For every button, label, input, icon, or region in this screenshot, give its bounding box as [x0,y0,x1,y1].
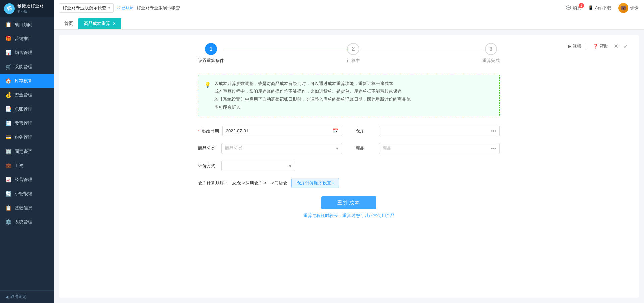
step-1: 1 设置重算条件 [198,43,224,64]
avatar: 🐻 [618,3,628,13]
invoice-icon: 🧾 [5,120,11,126]
help-link[interactable]: ❓ 帮助 [593,43,608,49]
warehouse-input[interactable]: ••• [379,126,500,136]
sidebar-footer[interactable]: ◀ 取消固定 [0,290,54,303]
user-action[interactable]: 🐻 珠珠 [618,3,639,13]
pricing-label: 计价方式 [198,163,218,169]
sidebar: 畅 畅捷通好业财 专业版 📋 项目顾问 🎁 营销推广 📊 销售管理 🛒 采购管理… [0,0,54,303]
company-select[interactable]: 好业财专业版演示帐套 ▾ [59,3,114,13]
app-logo: 畅 [4,3,15,14]
page-close-icon[interactable]: ✕ [614,43,618,49]
tab-recalc[interactable]: 商品成本重算 ✕ [78,18,121,29]
calendar-icon: 📅 [333,128,338,134]
category-select[interactable]: 商品分类 ▾ [221,143,342,154]
tab-recalc-label: 商品成本重算 [84,20,110,27]
system-icon: ⚙️ [5,219,11,225]
pricing-chevron: ▾ [289,163,291,169]
video-link[interactable]: ▶ 视频 [568,43,581,49]
info-line-4: 围可能会扩大 [214,103,411,111]
sidebar-item-project[interactable]: 📋 项目顾问 [0,17,54,32]
ledger-icon: 📑 [5,106,11,112]
info-content: 因成本计算参数调整，或是对商品成本有疑问时，可以通过成本重算功能，重新计算一遍成… [214,80,411,111]
form-row-2: 商品分类 商品分类 ▾ 商品 商品 ••• [198,143,500,154]
sidebar-item-label-assets: 固定资产 [15,148,32,155]
sidebar-item-salary[interactable]: 💼 工资 [0,159,54,173]
tab-home[interactable]: 首页 [59,18,78,29]
message-icon: 💬 [566,5,571,10]
sidebar-item-system[interactable]: ⚙️ 系统管理 [0,215,54,229]
sidebar-item-label-invoice: 发票管理 [15,120,32,126]
sidebar-item-label-finance: 资金管理 [15,92,32,98]
user-name: 珠珠 [630,5,639,11]
sidebar-item-label-salary: 工资 [15,163,23,169]
start-date-value: 2022-07-01 [226,128,249,133]
sidebar-item-basic[interactable]: 📋 基础信息 [0,201,54,215]
company-name: 好业财专业版演示帐套 [63,5,106,11]
help-label: 帮助 [600,43,608,49]
message-action[interactable]: 💬 消息 1 [566,5,581,11]
category-field: 商品分类 商品分类 ▾ [198,143,342,154]
basic-icon: 📋 [5,205,11,211]
sidebar-item-label-system: 系统管理 [15,219,32,225]
category-placeholder: 商品分类 [225,145,243,152]
step-3: 3 重算完成 [482,43,500,64]
warehouse-more-icon: ••• [491,128,496,134]
sidebar-nav: 📋 项目顾问 🎁 营销推广 📊 销售管理 🛒 采购管理 🏠 库存核算 💰 资金管… [0,17,54,290]
info-icon: 💡 [204,80,211,111]
pricing-select[interactable]: ▾ [221,161,295,171]
sidebar-item-label-ledger: 总账管理 [15,106,32,112]
tax-icon: 💳 [5,134,11,140]
finance-icon: 💰 [5,92,11,98]
goods-more-icon: ••• [491,146,496,151]
goods-input[interactable]: 商品 ••• [379,143,500,154]
salary-icon: 💼 [5,163,11,169]
sidebar-item-purchase[interactable]: 🛒 采购管理 [0,60,54,74]
category-label: 商品分类 [198,145,218,152]
recalc-button[interactable]: 重算成本 [321,196,376,209]
tabs-bar: 首页 商品成本重算 ✕ [54,16,644,30]
expense-icon: 🔄 [5,191,11,197]
sidebar-item-expense[interactable]: 🔄 小畅报销 [0,187,54,201]
info-line-1: 因成本计算参数调整，或是对商品成本有疑问时，可以通过成本重算功能，重新计算一遍成… [214,80,411,87]
unpin-label: 取消固定 [10,294,26,300]
unpin-icon: ◀ [5,295,8,299]
verified-text: 已认证 [122,5,134,11]
topbar-right: 💬 消息 1 📱 App下载 🐻 珠珠 [566,3,639,13]
sidebar-item-label-inventory: 库存核算 [15,78,32,84]
start-date-field: * 起始日期 2022-07-01 📅 [198,126,342,136]
step-line-1 [224,49,347,49]
recalc-btn-label: 重算成本 [337,200,360,205]
goods-field: 商品 商品 ••• [356,143,500,154]
sidebar-item-inventory[interactable]: 🏠 库存核算 [0,74,54,88]
start-date-label: * 起始日期 [198,128,219,134]
sidebar-item-assets[interactable]: 🏢 固定资产 [0,144,54,159]
sidebar-item-marketing[interactable]: 🎁 营销推广 [0,32,54,46]
category-chevron: ▾ [336,146,338,151]
app-download-label: App下载 [595,5,611,11]
purchase-icon: 🛒 [5,64,11,70]
app-download-action[interactable]: 📱 App下载 [588,5,611,11]
app-edition: 专业版 [17,9,44,14]
sidebar-item-sales[interactable]: 📊 销售管理 [0,46,54,60]
sidebar-item-label-project: 项目顾问 [15,21,32,28]
sidebar-item-label-marketing: 营销推广 [15,36,32,42]
sidebar-item-operations[interactable]: 📈 经营管理 [0,173,54,187]
info-line-2: 成本重算过程中，影响库存账的操作均不能操作，比如进货单、销货单、库存单据不能审核… [214,87,411,95]
mobile-icon: 📱 [588,5,593,10]
warehouse-order-btn[interactable]: 仓库计算顺序设置 › [291,178,339,188]
sidebar-item-tax[interactable]: 💳 税务管理 [0,130,54,144]
sidebar-item-invoice[interactable]: 🧾 发票管理 [0,116,54,130]
page-expand-icon[interactable]: ⤢ [624,43,628,49]
topbar-left: 好业财专业版演示帐套 ▾ 🛡 已认证 好业财专业版演示帐套 [59,3,180,13]
start-date-input[interactable]: 2022-07-01 📅 [222,126,342,136]
step-2: 2 计算中 [347,43,360,64]
sidebar-item-finance[interactable]: 💰 资金管理 [0,88,54,102]
step-3-label: 重算完成 [482,58,500,64]
sidebar-item-ledger[interactable]: 📑 总账管理 [0,102,54,116]
tab-close-icon[interactable]: ✕ [113,21,116,26]
step-2-label: 计算中 [347,58,360,64]
required-star: * [198,128,200,133]
tab-home-label: 首页 [64,21,73,26]
recalc-hint: 重算过程耗时较长，重算时您可以正常使用产品 [303,213,395,219]
main: 好业财专业版演示帐套 ▾ 🛡 已认证 好业财专业版演示帐套 💬 消息 1 📱 A… [54,0,644,303]
